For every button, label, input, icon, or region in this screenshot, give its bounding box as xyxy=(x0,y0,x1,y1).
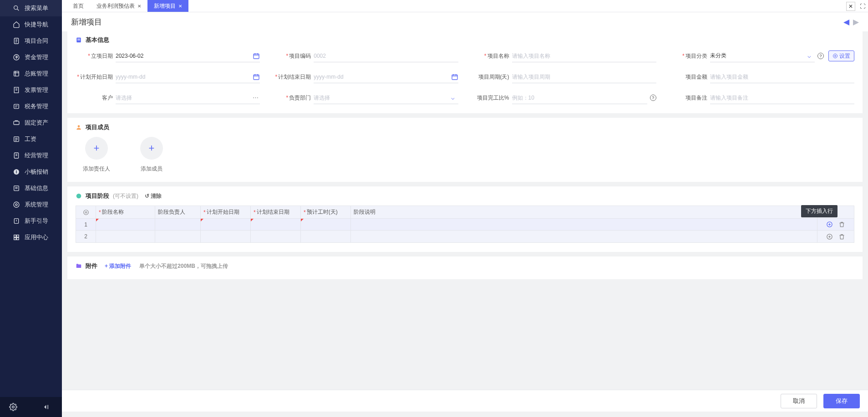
sidebar-item-asset[interactable]: 固定资产 xyxy=(0,115,62,131)
config-button[interactable]: 设置 xyxy=(828,50,854,61)
remark-input[interactable] xyxy=(710,95,854,101)
tab-新增项目[interactable]: 新增项目✕ xyxy=(147,0,188,12)
cell-desc[interactable] xyxy=(351,219,817,230)
tabs-bar: 首页业务利润预估表✕新增项目✕ ✕ ⛶ xyxy=(62,0,868,12)
wallet-icon xyxy=(13,54,20,61)
cell-owner[interactable] xyxy=(155,231,201,242)
add-row-icon[interactable] xyxy=(826,221,833,228)
clear-icon: ↺ xyxy=(145,193,149,199)
col-stage-owner: 阶段负责人 xyxy=(155,206,201,218)
help-icon[interactable]: ? xyxy=(817,53,824,59)
cell-start[interactable] xyxy=(201,219,251,230)
cell-start[interactable] xyxy=(201,231,251,242)
add-attachment-button[interactable]: + 添加附件 xyxy=(105,262,131,270)
cell-name[interactable] xyxy=(96,231,155,242)
collapse-icon[interactable] xyxy=(43,403,51,411)
sidebar-item-label: 固定资产 xyxy=(25,119,48,127)
svg-rect-16 xyxy=(14,238,16,240)
calendar-icon[interactable] xyxy=(253,73,260,80)
gear-icon[interactable] xyxy=(76,206,96,218)
stages-extra: (可不设置) xyxy=(113,192,138,200)
code-input[interactable] xyxy=(314,53,458,59)
gear-icon[interactable] xyxy=(9,403,17,411)
cell-name[interactable] xyxy=(96,219,155,230)
sidebar-item-wallet[interactable]: 资金管理 xyxy=(0,49,62,65)
sidebar-item-home[interactable]: 快捷导航 xyxy=(0,16,62,33)
plan-end-input[interactable] xyxy=(314,74,451,80)
more-icon[interactable]: ⋯ xyxy=(253,94,260,101)
chevron-down-icon[interactable]: ⌵ xyxy=(807,52,815,60)
customer-select[interactable] xyxy=(116,95,253,101)
cell-hours[interactable] xyxy=(301,231,351,242)
sidebar-item-base[interactable]: 基础信息 xyxy=(0,180,62,196)
calendar-icon[interactable] xyxy=(253,52,260,60)
base-icon xyxy=(13,185,20,192)
plan-end-label: 计划结束日期 xyxy=(274,73,314,81)
pager-next-icon[interactable]: ▶ xyxy=(853,17,859,27)
invoice-icon xyxy=(13,86,20,94)
close-panel-button[interactable]: ✕ xyxy=(846,2,855,11)
cell-end[interactable] xyxy=(251,231,301,242)
tab-首页[interactable]: 首页 xyxy=(66,0,90,12)
sidebar-item-expense[interactable]: 小畅报销 xyxy=(0,164,62,180)
create-date-input[interactable] xyxy=(116,53,253,59)
amount-input[interactable] xyxy=(710,74,854,80)
sidebar-item-sys[interactable]: 系统管理 xyxy=(0,196,62,213)
sidebar-item-tax[interactable]: 税务管理 xyxy=(0,98,62,115)
sidebar-item-search[interactable]: 搜索菜单 xyxy=(0,0,62,16)
add-member-button[interactable]: + xyxy=(140,137,163,160)
cell-owner[interactable] xyxy=(155,219,201,230)
help-icon[interactable]: ? xyxy=(650,95,656,101)
table-row[interactable]: 1 xyxy=(76,219,854,231)
add-row-icon[interactable] xyxy=(826,233,833,240)
sidebar-item-label: 系统管理 xyxy=(25,201,48,209)
close-icon[interactable]: ✕ xyxy=(137,4,141,9)
cycle-input[interactable] xyxy=(512,74,656,80)
cell-end[interactable] xyxy=(251,219,301,230)
delete-row-icon[interactable] xyxy=(838,233,845,240)
cycle-label: 项目周期(天) xyxy=(472,73,512,81)
progress-input[interactable] xyxy=(512,95,647,101)
cell-desc[interactable] xyxy=(351,231,817,242)
calendar-icon[interactable] xyxy=(451,73,458,80)
chevron-down-icon[interactable]: ⌵ xyxy=(451,94,458,101)
pager-prev-icon[interactable]: ◀ xyxy=(843,17,849,27)
sidebar-item-salary[interactable]: 工资 xyxy=(0,131,62,147)
main: 首页业务利润预估表✕新增项目✕ ✕ ⛶ 新增项目 ◀ ▶ 基本信息 xyxy=(62,0,868,417)
amount-label: 项目金额 xyxy=(670,73,710,81)
plan-start-input[interactable] xyxy=(116,74,253,80)
expand-panel-button[interactable]: ⛶ xyxy=(858,2,867,11)
save-button[interactable]: 保存 xyxy=(823,394,860,408)
close-icon[interactable]: ✕ xyxy=(178,4,182,9)
sidebar-item-doc[interactable]: 项目合同 xyxy=(0,33,62,49)
sidebar-item-label: 资金管理 xyxy=(25,53,48,61)
cell-hours[interactable] xyxy=(301,219,351,230)
sidebar: 搜索菜单快捷导航项目合同资金管理总账管理发票管理税务管理固定资产工资经营管理小畅… xyxy=(0,0,62,417)
tax-icon xyxy=(13,103,20,110)
sidebar-item-biz[interactable]: 经营管理 xyxy=(0,147,62,164)
svg-rect-14 xyxy=(14,235,16,237)
delete-row-icon[interactable] xyxy=(838,221,845,228)
sidebar-item-guide[interactable]: 新手引导 xyxy=(0,213,62,229)
table-row[interactable]: 2 xyxy=(76,231,854,242)
svg-point-28 xyxy=(76,194,81,199)
dept-select[interactable] xyxy=(314,95,451,101)
stages-clear-button[interactable]: ↺清除 xyxy=(145,192,162,200)
svg-point-0 xyxy=(14,6,18,10)
svg-point-18 xyxy=(12,406,15,408)
dept-label: 负责部门 xyxy=(274,94,314,102)
add-owner-button[interactable]: + xyxy=(85,137,108,160)
sidebar-item-invoice[interactable]: 发票管理 xyxy=(0,82,62,98)
sidebar-item-ledger[interactable]: 总账管理 xyxy=(0,65,62,82)
members-card: 项目成员 + 添加责任人 + 添加成员 xyxy=(67,118,863,182)
category-select[interactable] xyxy=(710,53,807,59)
tab-业务利润预估表[interactable]: 业务利润预估表✕ xyxy=(90,0,147,12)
sidebar-item-apps[interactable]: 应用中心 xyxy=(0,229,62,246)
name-input[interactable] xyxy=(512,53,656,59)
stages-title: 项目阶段 xyxy=(86,192,109,200)
search-icon xyxy=(13,5,20,12)
svg-rect-26 xyxy=(452,75,457,80)
add-owner-label: 添加责任人 xyxy=(83,165,110,173)
cancel-button[interactable]: 取消 xyxy=(781,394,817,408)
expense-icon xyxy=(13,168,20,176)
